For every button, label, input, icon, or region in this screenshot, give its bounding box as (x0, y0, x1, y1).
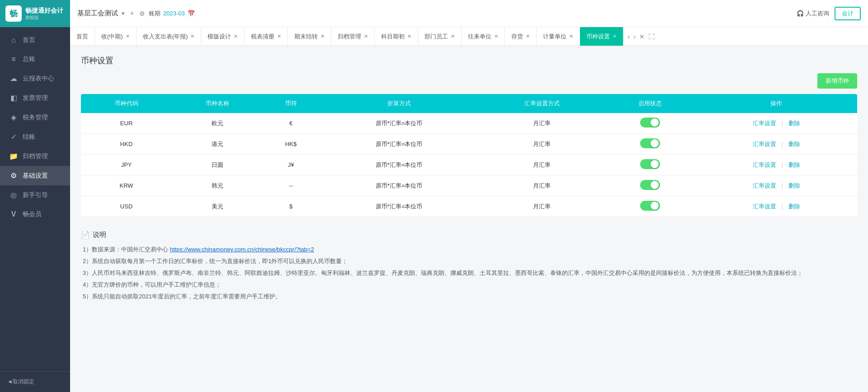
tab-close-vendors[interactable]: ✕ (494, 33, 498, 39)
archive-icon: 📁 (9, 152, 18, 161)
cell-name: 韩元 (172, 175, 263, 196)
notes-line: 3）人民币对马来西亚林吉特、俄罗斯卢布、南非兰特、韩元、阿联酋迪拉姆、沙特里亚尔… (83, 267, 857, 279)
toggle-switch[interactable] (640, 118, 660, 128)
delete-link[interactable]: 删除 (788, 203, 800, 210)
tab-close-currency[interactable]: ✕ (613, 33, 617, 39)
toggle-thumb (651, 181, 659, 189)
sidebar-item-label: 税务管理 (23, 113, 48, 122)
rate-setting-link[interactable]: 汇率设置 (753, 203, 776, 210)
cell-name: 美元 (172, 196, 263, 217)
new-currency-button[interactable]: 新增币种 (817, 73, 857, 89)
add-company-button[interactable]: ＋ (128, 9, 136, 18)
rate-setting-link[interactable]: 汇率设置 (753, 161, 776, 168)
tab-balance[interactable]: 收(中期) ✕ (95, 27, 137, 46)
tab-home[interactable]: 首页 (70, 27, 95, 46)
sidebar-item-member[interactable]: V 畅会员 (0, 205, 70, 224)
sidebar-item-reports[interactable]: ☁ 云报表中心 (0, 69, 70, 88)
logo-title: 畅捷通好会计 (25, 6, 63, 14)
tab-archive-mgmt[interactable]: 归档管理 ✕ (331, 27, 375, 46)
tab-unit[interactable]: 计量单位 ✕ (537, 27, 580, 46)
table-row: USD 美元 $ 原币*汇率=本位币 月汇率 汇率设置 | 删除 (81, 196, 857, 217)
col-header-code: 币种代码 (81, 94, 172, 113)
action-separator: | (782, 182, 783, 189)
sidebar-item-label: 新手引导 (23, 191, 48, 199)
delete-link[interactable]: 删除 (788, 161, 800, 168)
member-icon: V (9, 210, 18, 218)
tab-inventory[interactable]: 存货 ✕ (505, 27, 537, 46)
settings-gear-icon[interactable]: ⚙ (139, 10, 145, 17)
tab-next-button[interactable]: › (632, 32, 637, 41)
toggle-track[interactable] (640, 159, 660, 169)
calendar-icon[interactable]: 📅 (188, 10, 195, 17)
delete-link[interactable]: 删除 (788, 141, 800, 147)
sidebar-item-tax[interactable]: ◈ 税务管理 (0, 108, 70, 127)
accounting-button[interactable]: 会计 (835, 7, 861, 20)
sidebar-pin-toggle[interactable]: ◄取消固定 (0, 371, 70, 392)
sidebar-item-settings[interactable]: ⚙ 基础设置 (0, 166, 70, 185)
tab-period-end[interactable]: 期末结转 ✕ (288, 27, 331, 46)
logo: 畅 畅捷通好会计 旗舰版 (0, 0, 70, 27)
toggle-track[interactable] (640, 118, 660, 128)
settlement-icon: ✓ (9, 132, 18, 141)
tab-prev-button[interactable]: ‹ (627, 32, 631, 41)
tab-currency[interactable]: 币种设置 ✕ (580, 27, 623, 46)
help-button[interactable]: 🎧 人工咨询 (797, 9, 829, 18)
tab-maximize-button[interactable]: ⛶ (647, 32, 656, 41)
tab-template[interactable]: 模版设计 ✕ (201, 27, 245, 46)
tab-close-all-button[interactable]: ✕ (638, 32, 646, 41)
tab-close-unit[interactable]: ✕ (569, 33, 573, 39)
sidebar-item-archive[interactable]: 📁 归档管理 (0, 146, 70, 166)
sidebar-item-label: 归档管理 (23, 152, 48, 161)
toggle-track[interactable] (640, 201, 660, 211)
tab-close-balance[interactable]: ✕ (126, 33, 130, 39)
tab-close-period-end[interactable]: ✕ (321, 33, 325, 39)
period-label: 账期 (149, 9, 160, 18)
cell-code: HKD (81, 134, 172, 155)
sidebar-item-home[interactable]: ⌂ 首页 (0, 31, 70, 50)
sidebar-item-label: 发票管理 (23, 94, 48, 102)
cell-actions: 汇率设置 | 删除 (696, 113, 857, 134)
rate-setting-link[interactable]: 汇率设置 (753, 120, 776, 127)
tab-income[interactable]: 收入支出表(年报) ✕ (137, 27, 202, 46)
action-separator: | (782, 161, 783, 168)
tab-close-tax-clear[interactable]: ✕ (277, 33, 281, 39)
toggle-switch[interactable] (640, 180, 660, 190)
rate-setting-link[interactable]: 汇率设置 (753, 182, 776, 189)
sidebar-item-guide[interactable]: ◎ 新手引导 (0, 185, 70, 205)
cell-actions: 汇率设置 | 删除 (696, 175, 857, 196)
cell-rate-type: 月汇率 (479, 196, 605, 217)
sidebar-item-ledger[interactable]: ≡ 总账 (0, 50, 70, 69)
cell-conversion: 原币*汇率=本位币 (319, 196, 479, 217)
tab-close-dept[interactable]: ✕ (451, 33, 455, 39)
cell-conversion: 原币*汇率=本位币 (319, 175, 479, 196)
cell-code: JPY (81, 155, 172, 175)
dropdown-icon[interactable]: ▾ (122, 10, 125, 17)
cell-symbol: -- (263, 175, 319, 196)
toggle-switch[interactable] (640, 159, 660, 169)
tab-subjects[interactable]: 科目期初 ✕ (375, 27, 418, 46)
toggle-track[interactable] (640, 180, 660, 190)
sidebar-item-settlement[interactable]: ✓ 结账 (0, 127, 70, 146)
notes-external-link[interactable]: https://www.chinamoney.com.cn/chinese/bk… (170, 246, 314, 253)
col-header-conversion: 折算方式 (319, 94, 479, 113)
tab-tax-clear[interactable]: 税表清册 ✕ (245, 27, 288, 46)
tab-close-archive-mgmt[interactable]: ✕ (364, 33, 368, 39)
toggle-track[interactable] (640, 138, 660, 148)
tab-dept[interactable]: 部门员工 ✕ (418, 27, 462, 46)
cell-name: 欧元 (172, 113, 263, 134)
tab-close-inventory[interactable]: ✕ (526, 33, 530, 39)
tab-close-template[interactable]: ✕ (234, 33, 238, 39)
tab-close-subjects[interactable]: ✕ (407, 33, 411, 39)
sidebar-item-label: 云报表中心 (23, 75, 54, 83)
rate-setting-link[interactable]: 汇率设置 (753, 141, 776, 147)
sidebar-item-invoice[interactable]: ◧ 发票管理 (0, 88, 70, 108)
delete-link[interactable]: 删除 (788, 182, 800, 189)
tab-close-income[interactable]: ✕ (190, 33, 194, 39)
header-left: 基层工会测试 ▾ ＋ ⚙ 账期 2023-03 📅 (77, 9, 195, 18)
table-row: JPY 日圆 J¥ 原币*汇率=本位币 月汇率 汇率设置 | 删除 (81, 155, 857, 175)
toggle-switch[interactable] (640, 138, 660, 148)
col-header-actions: 操作 (696, 94, 857, 113)
toggle-switch[interactable] (640, 201, 660, 211)
delete-link[interactable]: 删除 (788, 120, 800, 127)
tab-vendors[interactable]: 往来单位 ✕ (462, 27, 505, 46)
